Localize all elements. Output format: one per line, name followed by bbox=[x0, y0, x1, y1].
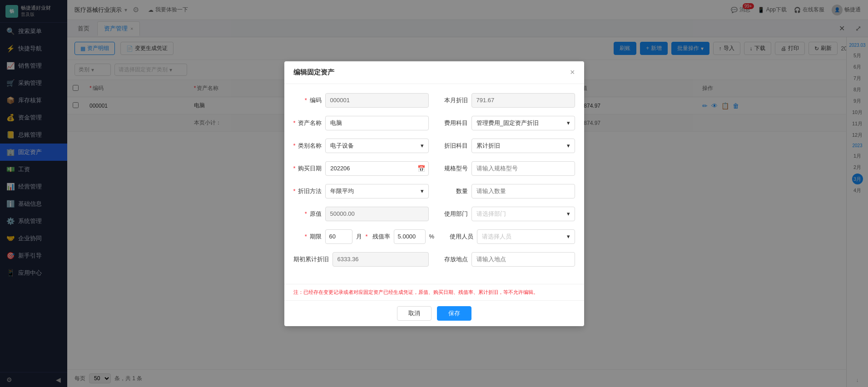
purchase-date-input[interactable] bbox=[325, 161, 428, 176]
code-input[interactable] bbox=[325, 93, 429, 108]
residual-rate-input[interactable] bbox=[394, 229, 426, 244]
depreciation-method-chevron-icon: ▾ bbox=[421, 188, 424, 194]
modal-row-3: * 类别名称 电子设备 ▾ 折旧科目 累计折旧 ▾ bbox=[293, 139, 575, 153]
field-category: * 类别名称 电子设备 ▾ bbox=[293, 139, 429, 153]
modal-row-8: 期初累计折旧 存放地点 bbox=[293, 252, 575, 267]
name-label: * 资产名称 bbox=[293, 119, 326, 127]
field-code: * 编码 bbox=[293, 93, 429, 108]
save-button[interactable]: 保存 bbox=[437, 306, 471, 321]
modal-row-1: * 编码 本月折旧 bbox=[293, 93, 575, 108]
person-select[interactable]: 请选择人员 ▾ bbox=[477, 229, 575, 244]
depreciation-subject-select[interactable]: 累计折旧 ▾ bbox=[471, 139, 575, 153]
expense-subject-chevron-icon: ▾ bbox=[567, 119, 570, 126]
field-initial-accumulated: 期初累计折旧 bbox=[293, 252, 429, 267]
field-location: 存放地点 bbox=[440, 252, 575, 267]
initial-accumulated-label: 期初累计折旧 bbox=[293, 255, 332, 263]
period-residual-group: 月 * 残值率 % bbox=[325, 229, 435, 244]
period-unit-label: 月 bbox=[356, 233, 362, 241]
name-input[interactable] bbox=[325, 116, 428, 130]
modal-header: 编辑固定资产 × bbox=[284, 61, 584, 84]
depreciation-subject-label: 折旧科目 bbox=[440, 142, 471, 150]
modal-body: * 编码 本月折旧 * 资产名称 bbox=[284, 84, 584, 284]
initial-accumulated-input[interactable] bbox=[332, 252, 429, 267]
category-select[interactable]: 电子设备 ▾ bbox=[325, 139, 428, 153]
period-input[interactable] bbox=[325, 229, 352, 244]
modal-close-btn[interactable]: × bbox=[570, 68, 575, 77]
depreciation-subject-chevron-icon: ▾ bbox=[567, 142, 570, 149]
category-label: * 类别名称 bbox=[293, 142, 326, 150]
modal-row-4: * 购买日期 📅 规格型号 bbox=[293, 161, 575, 176]
depreciation-method-select[interactable]: 年限平均 ▾ bbox=[325, 184, 428, 198]
depreciation-method-label: * 折旧方法 bbox=[293, 187, 326, 195]
original-value-input[interactable] bbox=[325, 207, 429, 221]
modal-footer: 取消 保存 bbox=[284, 300, 584, 326]
modal-note: 注：已经存在变更记录或者对应固定资产已经生成凭证，原值、购买日期、残值率、累计折… bbox=[284, 284, 584, 300]
residual-rate-label: 残值率 bbox=[372, 233, 390, 241]
department-label: 使用部门 bbox=[440, 210, 471, 218]
department-chevron-icon: ▾ bbox=[567, 210, 570, 217]
quantity-input[interactable] bbox=[471, 184, 575, 198]
spec-input[interactable] bbox=[471, 161, 575, 176]
field-period-residual: * 期限 月 * 残值率 % bbox=[293, 229, 435, 244]
field-depreciation-method: * 折旧方法 年限平均 ▾ bbox=[293, 184, 429, 198]
modal-overlay: 编辑固定资产 × * 编码 本月折旧 bbox=[0, 0, 868, 387]
original-value-label: * 原值 bbox=[293, 210, 325, 218]
period-label: * 期限 bbox=[293, 233, 325, 241]
field-spec: 规格型号 bbox=[440, 161, 575, 176]
edit-asset-modal: 编辑固定资产 × * 编码 本月折旧 bbox=[284, 61, 584, 326]
modal-title: 编辑固定资产 bbox=[293, 68, 334, 77]
modal-row-5: * 折旧方法 年限平均 ▾ 数量 bbox=[293, 184, 575, 198]
person-chevron-icon: ▾ bbox=[567, 233, 570, 240]
modal-row-7: * 期限 月 * 残值率 % 使用人员 请选择人员 bbox=[293, 229, 575, 244]
field-original-value: * 原值 bbox=[293, 207, 429, 221]
field-purchase-date: * 购买日期 📅 bbox=[293, 161, 429, 176]
field-depreciation-subject: 折旧科目 累计折旧 ▾ bbox=[440, 139, 575, 153]
field-department: 使用部门 请选择部门 ▾ bbox=[440, 207, 575, 221]
location-input[interactable] bbox=[471, 252, 575, 267]
field-quantity: 数量 bbox=[440, 184, 575, 198]
modal-row-6: * 原值 使用部门 请选择部门 ▾ bbox=[293, 207, 575, 221]
purchase-date-label: * 购买日期 bbox=[293, 164, 326, 173]
spec-label: 规格型号 bbox=[440, 164, 471, 173]
field-monthly-depreciation: 本月折旧 bbox=[440, 93, 575, 108]
field-person: 使用人员 请选择人员 ▾ bbox=[445, 229, 575, 244]
person-label: 使用人员 bbox=[445, 233, 477, 241]
cancel-button[interactable]: 取消 bbox=[397, 306, 432, 321]
purchase-date-field: 📅 bbox=[325, 161, 428, 176]
quantity-label: 数量 bbox=[440, 187, 471, 195]
modal-row-2: * 资产名称 费用科目 管理费用_固定资产折旧 ▾ bbox=[293, 116, 575, 130]
field-expense-subject: 费用科目 管理费用_固定资产折旧 ▾ bbox=[440, 116, 575, 130]
expense-subject-select[interactable]: 管理费用_固定资产折旧 ▾ bbox=[471, 116, 575, 130]
category-chevron-icon: ▾ bbox=[421, 142, 424, 149]
calendar-icon[interactable]: 📅 bbox=[417, 165, 425, 172]
field-name: * 资产名称 bbox=[293, 116, 429, 130]
code-label: * 编码 bbox=[293, 96, 325, 104]
location-label: 存放地点 bbox=[440, 255, 471, 263]
expense-subject-label: 费用科目 bbox=[440, 119, 471, 127]
monthly-depreciation-label: 本月折旧 bbox=[440, 96, 471, 104]
monthly-depreciation-input bbox=[471, 93, 575, 108]
department-select[interactable]: 请选择部门 ▾ bbox=[471, 207, 575, 221]
residual-rate-unit: % bbox=[429, 233, 435, 240]
